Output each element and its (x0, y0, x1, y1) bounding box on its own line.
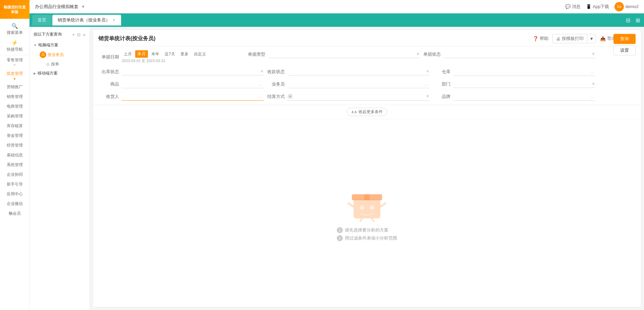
collapse-bar: ∧∧ 收起更多条件 (93, 105, 641, 119)
empty-step-2-num: 2 (337, 235, 343, 241)
staff-dots[interactable]: ... (424, 81, 430, 87)
sidebar-item-retail[interactable]: 零售管理 ▼ (0, 55, 29, 69)
filter-doc-status: 单据状态 ▼ (420, 50, 636, 58)
date-tab-last7[interactable]: 近7天 (163, 51, 177, 58)
sidebar-item-apps[interactable]: 应用中心 (0, 189, 29, 199)
help-button[interactable]: ❓ 帮助 (533, 36, 548, 42)
sidebar-item-inventory[interactable]: 库存核算 (0, 121, 29, 131)
filter-goods: 商品 ... (98, 80, 264, 88)
dept-label: 部门 (430, 81, 453, 87)
payment-clear-button[interactable]: × (287, 94, 293, 99)
topbar-dropdown-arrow[interactable]: ▼ (81, 4, 85, 9)
tabbar: 首页 销货单统计表（按业务员） × ⊟ ⊞ (30, 13, 644, 27)
mobile-scheme-parent[interactable]: ▶ 移动端方案 (30, 69, 90, 78)
svg-rect-2 (364, 194, 370, 200)
main-area: 办公用品行业模拟账套 ▼ 💬 消息 📱 App下载 Ea demo2 首页 (30, 0, 644, 310)
sidebar-item-wechat[interactable]: 企业微信 (0, 199, 29, 209)
user-profile[interactable]: Ea demo2 (614, 2, 639, 11)
filter-receive-status: 收款状态 ▼ (264, 68, 430, 75)
sidebar-item-wholesale[interactable]: 批发管理 ▲ (0, 69, 29, 82)
sidebar-item-finance[interactable]: 资金管理 (0, 131, 29, 141)
sidebar-item-ecommerce[interactable]: 电商管理 (0, 102, 29, 111)
date-tabs: 上月 本月 本年 近7天 更多 自定义 (122, 50, 245, 58)
logo[interactable]: 畅捷进好生意 标版 (0, 0, 30, 19)
pc-scheme-label: 电脑端方案 (38, 42, 58, 48)
sidebar-item-enterprise[interactable]: 企业协同 (0, 170, 29, 179)
pc-scheme-section: ▼ 电脑端方案 员 按业务员 ⊙ 按单 ▶ 移动端方案 (30, 39, 90, 79)
system-label: 系统管理 (7, 162, 23, 168)
filter-consignee: 收货人 ... (98, 92, 264, 101)
consignee-label: 收货人 (98, 94, 122, 100)
tab-close-button[interactable]: × (112, 18, 116, 22)
filter-date: 单据日期 上月 本月 本年 近7天 更多 自定义 2023-03-01 至 20… (98, 50, 245, 63)
filter-warehouse: 仓库 ... (430, 67, 636, 76)
collapse-up-icon: ∧∧ (351, 110, 357, 114)
wechat-label: 企业微信 (7, 201, 23, 207)
tab-expand-button[interactable]: ⊞ (634, 16, 641, 25)
sidebar-item-marketing[interactable]: 营销推广 (0, 82, 29, 92)
consignee-input[interactable] (122, 94, 259, 99)
doc-type-label: 单据类型 (245, 51, 268, 57)
empty-step-1: 1 请先选择要分析的方案 (337, 227, 397, 233)
sidebar-item-quicknav[interactable]: ⚡ 快捷导航 (0, 38, 29, 54)
goods-dots[interactable]: ... (259, 81, 264, 87)
doc-type-select[interactable]: ▼ (268, 50, 420, 58)
sidebar-item-sales[interactable]: 销售管理 (0, 92, 29, 102)
ecommerce-label: 电商管理 (7, 104, 23, 109)
sidebar-item-member[interactable]: 畅会员 (0, 209, 29, 218)
date-tab-last-month[interactable]: 上月 (122, 51, 134, 58)
svg-point-4 (370, 206, 374, 210)
collapse-panel-icon[interactable]: « (83, 32, 86, 37)
sidebar-item-newbie[interactable]: 新手引导 (0, 179, 29, 189)
date-tab-this-month[interactable]: 本月 (135, 50, 148, 58)
app-download-button[interactable]: 📱 App下载 (586, 4, 609, 10)
scheme-order-label: 按单 (51, 61, 59, 67)
date-tab-more[interactable]: 更多 (178, 51, 191, 58)
consignee-dots[interactable]: ... (259, 94, 264, 99)
out-status-select[interactable]: ▼ (122, 68, 264, 75)
scheme-by-staff[interactable]: 员 按业务员 (30, 50, 90, 60)
payment-arrow: ▼ (426, 94, 430, 99)
pc-scheme-parent[interactable]: ▼ 电脑端方案 (30, 41, 90, 50)
sidebar-item-search[interactable]: 🔍 搜索菜单 (0, 21, 29, 38)
staff-input[interactable] (287, 82, 424, 87)
page-header: 销货单统计表(按业务员) ❓ 帮助 🖨 按模板打印 ▼ 📤 (93, 30, 641, 46)
date-tab-this-year[interactable]: 本年 (149, 51, 161, 58)
tab-active[interactable]: 销货单统计表（按业务员） × (52, 15, 121, 25)
consignee-input-wrap: ... (122, 92, 264, 101)
settings-button[interactable]: 设置 (613, 45, 636, 55)
payment-label: 结算方式 (264, 94, 287, 100)
brand-input[interactable] (453, 94, 590, 99)
sidebar-item-purchase[interactable]: 采购管理 (0, 111, 29, 121)
mobile-scheme-arrow: ▶ (34, 71, 36, 75)
date-tab-custom[interactable]: 自定义 (192, 51, 208, 58)
dept-select[interactable]: ▼ (453, 80, 595, 88)
receive-status-select[interactable]: ▼ (287, 68, 430, 75)
mobile-scheme-label: 移动端方案 (38, 70, 58, 76)
print-main[interactable]: 🖨 按模板打印 (553, 34, 587, 43)
print-arrow[interactable]: ▼ (587, 35, 596, 43)
tab-collapse-button[interactable]: ⊟ (625, 16, 632, 25)
query-button[interactable]: 查询 (613, 34, 636, 44)
wholesale-label: 批发管理 (7, 71, 23, 76)
out-status-arrow: ▼ (260, 69, 264, 74)
warehouse-dots[interactable]: ... (590, 69, 595, 74)
sidebar-item-system[interactable]: 系统管理 (0, 160, 29, 170)
dept-arrow: ▼ (591, 82, 595, 86)
tab-home[interactable]: 首页 (32, 15, 52, 25)
messages-label: 消息 (572, 4, 581, 10)
logo-text: 畅捷进好生意 (4, 5, 26, 9)
brand-dots[interactable]: ... (590, 94, 595, 99)
goods-input[interactable] (122, 82, 259, 87)
payment-select[interactable]: × ▼ (287, 92, 430, 101)
print-button[interactable]: 🖨 按模板打印 ▼ (552, 34, 596, 43)
edit-scheme-icon[interactable]: ⊙ (77, 32, 81, 37)
collapse-button[interactable]: ∧∧ 收起更多条件 (347, 108, 387, 116)
add-scheme-icon[interactable]: + (72, 32, 75, 37)
scheme-by-order[interactable]: ⊙ 按单 (30, 60, 90, 69)
sidebar-item-basic[interactable]: 基础信息 (0, 150, 29, 160)
messages-button[interactable]: 💬 消息 (565, 4, 581, 10)
sidebar-item-operations[interactable]: 经营管理 (0, 141, 29, 150)
warehouse-input[interactable] (453, 69, 590, 74)
doc-status-select[interactable]: ▼ (443, 50, 595, 58)
